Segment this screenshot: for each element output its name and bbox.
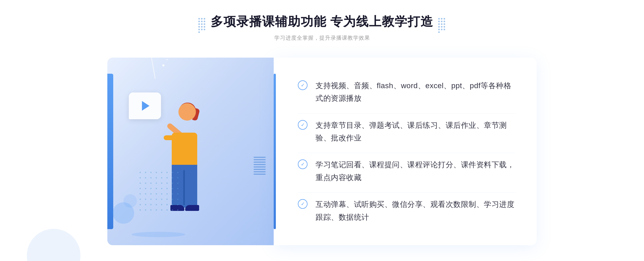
person-head bbox=[178, 103, 196, 121]
check-icon-3: ✓ bbox=[298, 159, 308, 169]
person-shoe-right bbox=[185, 205, 199, 211]
content-section: ✓ 支持视频、音频、flash、word、excel、ppt、pdf等各种格式的… bbox=[107, 58, 537, 245]
blue-bar-accent bbox=[107, 74, 113, 229]
header-section: 多项录播课辅助功能 专为线上教学打造 学习进度全掌握，提升录播课教学效果 bbox=[198, 13, 446, 42]
feature-item-4: ✓ 互动弹幕、试听购买、微信分享、观看次数限制、学习进度跟踪、数据统计 bbox=[298, 192, 515, 229]
ground-shadow bbox=[131, 232, 185, 237]
dots-grid-decoration bbox=[140, 172, 181, 213]
feature-text-4: 互动弹幕、试听购买、微信分享、观看次数限制、学习进度跟踪、数据统计 bbox=[316, 198, 515, 223]
check-mark-3: ✓ bbox=[301, 162, 305, 167]
features-accent-bar bbox=[274, 74, 276, 229]
stripe-decoration bbox=[254, 157, 266, 178]
feature-item-3: ✓ 学习笔记回看、课程提问、课程评论打分、课件资料下载，重点内容收藏 bbox=[298, 153, 515, 189]
feature-item-1: ✓ 支持视频、音频、flash、word、excel、ppt、pdf等各种格式的… bbox=[298, 74, 515, 110]
person-body bbox=[172, 133, 197, 167]
title-row: 多项录播课辅助功能 专为线上教学打造 bbox=[198, 13, 446, 30]
illustration-area bbox=[107, 58, 274, 245]
person-pants-gap bbox=[183, 170, 185, 205]
feature-text-2: 支持章节目录、弹题考试、课后练习、课后作业、章节测验、批改作业 bbox=[316, 119, 515, 144]
feature-item-2: ✓ 支持章节目录、弹题考试、课后练习、课后作业、章节测验、批改作业 bbox=[298, 113, 515, 150]
person-arm-left bbox=[164, 135, 174, 140]
light-dot-1 bbox=[162, 64, 164, 66]
page-container: 多项录播课辅助功能 专为线上教学打造 学习进度全掌握，提升录播课教学效果 bbox=[0, 13, 644, 245]
page-title: 多项录播课辅助功能 专为线上教学打造 bbox=[211, 13, 434, 30]
page-deco-circle bbox=[27, 229, 80, 261]
light-beam bbox=[151, 58, 156, 79]
feature-text-3: 学习笔记回看、课程提问、课程评论打分、课件资料下载，重点内容收藏 bbox=[316, 158, 515, 184]
check-mark-1: ✓ bbox=[301, 83, 305, 88]
check-icon-1: ✓ bbox=[298, 80, 308, 90]
deco-circle-2 bbox=[123, 194, 137, 208]
page-subtitle: 学习进度全掌握，提升录播课教学效果 bbox=[274, 34, 370, 42]
check-mark-2: ✓ bbox=[301, 122, 305, 127]
light-dot-2 bbox=[166, 59, 168, 60]
person-figure bbox=[142, 98, 217, 245]
feature-text-1: 支持视频、音频、flash、word、excel、ppt、pdf等各种格式的资源… bbox=[316, 79, 515, 105]
dots-decoration-left bbox=[198, 18, 206, 25]
check-icon-2: ✓ bbox=[298, 120, 308, 130]
check-icon-4: ✓ bbox=[298, 199, 308, 209]
features-area: ✓ 支持视频、音频、flash、word、excel、ppt、pdf等各种格式的… bbox=[274, 58, 537, 245]
check-mark-4: ✓ bbox=[301, 202, 305, 206]
dots-decoration-right bbox=[438, 18, 446, 25]
